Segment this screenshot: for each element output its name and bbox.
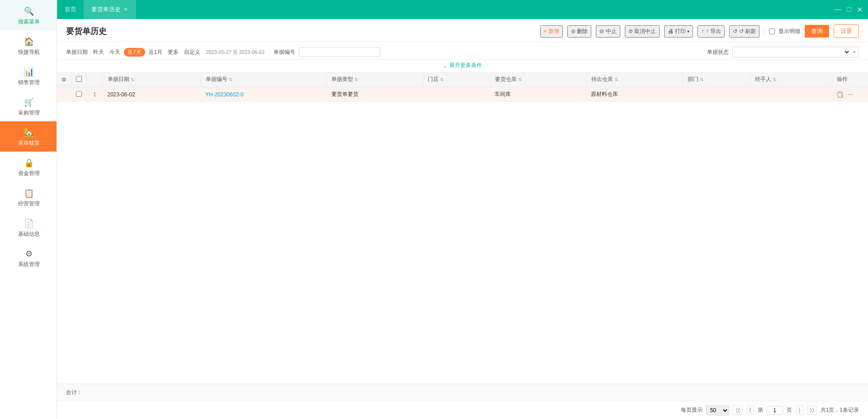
row-edit-btn[interactable]: 📋 <box>836 91 844 98</box>
filter-billno-group: 单据编号 <box>274 47 380 57</box>
store-sort-icon: ⇅ <box>440 77 443 82</box>
table-settings-icon[interactable]: ⚙ <box>61 76 66 83</box>
date-filter-buttons: 昨天今天近7天近1月更多自定义 <box>91 48 202 57</box>
page-input[interactable] <box>767 406 783 415</box>
sidebar-icon-search: 🔍 <box>24 6 34 16</box>
row-checkbox-0[interactable] <box>76 91 82 97</box>
th-store: 门店⇅ <box>423 72 490 87</box>
req-wh-sort-icon: ⇅ <box>518 77 522 82</box>
row-bill-type: 要货单要货 <box>327 87 423 102</box>
row-bill-no: YH-20230602-0 <box>201 87 327 102</box>
close-button[interactable]: ✕ <box>857 5 863 14</box>
row-checkbox-cell <box>71 87 87 102</box>
row-store <box>423 87 490 102</box>
th-handler: 经手人⇅ <box>750 72 832 87</box>
billtype-sort-icon: ⇅ <box>354 77 358 82</box>
date-btn-yesterday[interactable]: 昨天 <box>91 48 106 57</box>
sidebar-item-quick-nav[interactable]: 🏠快捷导航 <box>0 30 57 61</box>
billno-filter-input[interactable] <box>299 47 380 57</box>
tab-label-home: 首页 <box>65 5 76 14</box>
refresh-icon: ↺ <box>733 28 737 34</box>
sidebar-item-system[interactable]: ⚙系统管理 <box>0 243 57 273</box>
date-btn-today[interactable]: 今天 <box>108 48 122 57</box>
cancel-stop-button[interactable]: ⊘ 取消中止 <box>625 25 660 38</box>
query-button[interactable]: 查询 <box>805 25 829 38</box>
next-page-button[interactable]: ⟩ <box>796 405 803 415</box>
export-button[interactable]: ↑ ↑ 导出 <box>698 25 724 38</box>
sidebar: 🔍搜索菜单🏠快捷导航📊销售管理🛒采购管理🏡库存核算🔒资金管理📋经营管理📄基础信息… <box>0 0 57 419</box>
th-settings[interactable]: ⚙ <box>57 72 71 87</box>
sidebar-label-operation: 经营管理 <box>18 200 40 208</box>
th-bill-type: 单据类型⇅ <box>327 72 423 87</box>
toolbar-divider <box>764 28 764 35</box>
sidebar-item-basic[interactable]: 📄基础信息 <box>0 212 57 243</box>
sidebar-item-inventory[interactable]: 🏡库存核算 <box>0 121 57 152</box>
date-btn-custom[interactable]: 自定义 <box>182 48 202 57</box>
show-detail-checkbox[interactable] <box>769 29 775 34</box>
pending-wh-sort-icon: ⇅ <box>614 77 618 82</box>
page-size-select[interactable]: 102050100 <box>706 405 729 415</box>
top-bar: 首页要货单历史✕ — □ ✕ <box>57 0 868 19</box>
row-bill-no-link[interactable]: YH-20230602-0 <box>205 91 244 98</box>
sidebar-icon-purchase: 🛒 <box>24 97 34 107</box>
expand-more-btn[interactable]: ⌄ 展开更多条件 <box>57 60 868 72</box>
prev-page-button[interactable]: ⟨ <box>746 405 754 415</box>
per-page-label: 每页显示 <box>681 406 703 414</box>
stop-button[interactable]: ⊘ 中止 <box>596 25 620 38</box>
expand-more-icon: ⌄ <box>443 62 448 69</box>
main-area: 首页要货单历史✕ — □ ✕ 要货单历史 + 新增 ⊘ 删除 ⊘ 中止 ⊘ 取消… <box>57 0 868 419</box>
billno-sort-icon: ⇅ <box>229 77 232 82</box>
th-checkbox <box>71 72 87 87</box>
sidebar-icon-sales: 📊 <box>24 67 34 77</box>
sidebar-item-operation[interactable]: 📋经营管理 <box>0 182 57 212</box>
refresh-button[interactable]: ↺ ↺ 刷新 <box>729 25 760 38</box>
expand-more-label: 展开更多条件 <box>449 62 482 69</box>
tab-close-requisition-history[interactable]: ✕ <box>123 6 128 13</box>
toolbar: + 新增 ⊘ 删除 ⊘ 中止 ⊘ 取消中止 🖨 🖨 打印 ▾ ↑ ↑ 导出 ↺ … <box>540 24 859 38</box>
date-btn-recent1m[interactable]: 近1月 <box>147 48 165 57</box>
settings-button[interactable]: 设置 <box>834 24 859 38</box>
last-page-button[interactable]: ⟩⟩ <box>807 405 817 415</box>
date-btn-more[interactable]: 更多 <box>166 48 180 57</box>
th-date: 单据日期⇅ <box>103 72 201 87</box>
th-pending-warehouse: 待出仓库⇅ <box>586 72 683 87</box>
show-detail-label: 显示明细 <box>778 28 800 35</box>
show-detail-toggle[interactable]: 显示明细 <box>769 28 800 35</box>
status-filter-select[interactable] <box>733 47 850 57</box>
tab-home[interactable]: 首页 <box>57 0 84 19</box>
table-footer: 合计： <box>57 384 868 401</box>
sidebar-item-purchase[interactable]: 🛒采购管理 <box>0 91 57 121</box>
date-range-display: 2023-05-27 至 2023-06-02 <box>206 49 264 56</box>
page-info: 共1页，1条记录 <box>821 406 859 414</box>
sidebar-label-basic: 基础信息 <box>18 230 40 238</box>
table-header-row: ⚙ 单据日期⇅ 单据编号⇅ 单据类型⇅ <box>57 72 868 87</box>
th-req-warehouse: 要货仓库⇅ <box>490 72 586 87</box>
status-filter-label: 单据状态 <box>707 48 729 56</box>
sidebar-item-finance[interactable]: 🔒资金管理 <box>0 152 57 182</box>
page-title: 要货单历史 <box>66 26 540 37</box>
row-more-btn[interactable]: ⋯ <box>847 91 853 98</box>
sidebar-item-sales[interactable]: 📊销售管理 <box>0 61 57 91</box>
sidebar-item-search[interactable]: 🔍搜索菜单 <box>0 0 57 30</box>
filter-status-group: 单据状态 ▾ <box>707 47 859 57</box>
sidebar-label-sales: 销售管理 <box>18 79 40 86</box>
delete-button[interactable]: ⊘ 删除 <box>567 25 591 38</box>
row-settings <box>57 87 71 102</box>
first-page-button[interactable]: ⟨⟨ <box>733 405 743 415</box>
maximize-button[interactable]: □ <box>847 5 851 14</box>
tab-requisition-history[interactable]: 要货单历史✕ <box>84 0 136 19</box>
minimize-button[interactable]: — <box>834 5 841 14</box>
select-all-checkbox[interactable] <box>76 76 82 82</box>
new-button[interactable]: + 新增 <box>540 25 563 38</box>
print-button[interactable]: 🖨 🖨 打印 ▾ <box>664 25 693 38</box>
sidebar-icon-basic: 📄 <box>24 219 34 229</box>
sidebar-label-finance: 资金管理 <box>18 170 40 177</box>
date-btn-recent7[interactable]: 近7天 <box>124 48 145 57</box>
date-sort-icon: ⇅ <box>131 77 134 82</box>
table-body: 1 2023-06-02 YH-20230602-0 要货单要货 车间库 原材料… <box>57 87 868 102</box>
filter-date-group: 单据日期 昨天今天近7天近1月更多自定义 2023-05-27 至 2023-0… <box>66 48 264 57</box>
top-bar-right: — □ ✕ <box>829 5 868 14</box>
dept-sort-icon: ⇅ <box>700 77 703 82</box>
th-num <box>87 72 103 87</box>
data-table: ⚙ 单据日期⇅ 单据编号⇅ 单据类型⇅ <box>57 72 868 102</box>
